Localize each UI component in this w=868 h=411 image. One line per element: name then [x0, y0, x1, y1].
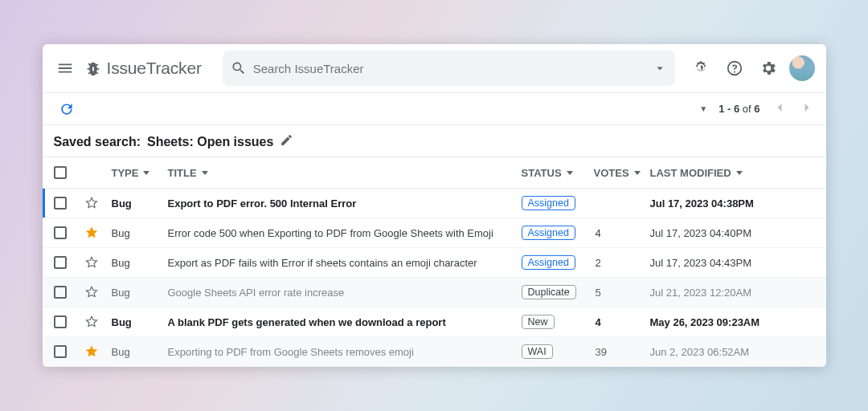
issue-title[interactable]: Error code 500 when Exporting to PDF fro…: [168, 227, 522, 239]
pager-menu-caret[interactable]: ▼: [699, 104, 707, 113]
issue-type: Bug: [112, 287, 168, 299]
pager-next[interactable]: [799, 100, 815, 118]
last-modified: Jun 2, 2023 06:52AM: [650, 346, 811, 358]
refresh-icon: [59, 101, 75, 117]
sort-caret-icon: [202, 171, 208, 175]
votes-count: 5: [594, 287, 650, 299]
search-icon: [231, 60, 247, 76]
row-checkbox[interactable]: [54, 345, 67, 358]
app-name: IssueTracker: [107, 59, 202, 78]
theme-toggle-button[interactable]: [688, 55, 714, 81]
settings-button[interactable]: [755, 55, 781, 81]
edit-saved-search-button[interactable]: [280, 133, 293, 150]
star-toggle[interactable]: [84, 315, 100, 329]
app-header: IssueTracker: [43, 44, 826, 93]
issue-type: Bug: [112, 346, 168, 358]
issue-title[interactable]: Google Sheets API error rate increase: [168, 287, 522, 299]
last-modified: May 26, 2023 09:23AM: [650, 316, 811, 328]
star-toggle[interactable]: [84, 255, 100, 270]
issue-type: Bug: [112, 227, 168, 239]
row-checkbox[interactable]: [54, 315, 67, 328]
last-modified: Jul 17, 2023 04:40PM: [650, 227, 811, 239]
svg-rect-1: [92, 67, 94, 71]
col-votes[interactable]: VOTES: [594, 167, 650, 179]
table-row[interactable]: BugExport as PDF fails with Error if she…: [43, 248, 826, 278]
help-button[interactable]: [722, 55, 747, 81]
issue-title[interactable]: Exporting to PDF from Google Sheets remo…: [168, 346, 522, 358]
table-row[interactable]: BugGoogle Sheets API error rate increase…: [43, 278, 826, 307]
header-actions: [688, 55, 815, 81]
star-toggle[interactable]: [84, 226, 100, 240]
sort-caret-icon: [143, 171, 149, 175]
pager-text: 1 - 6 of 6: [719, 103, 760, 115]
row-checkbox[interactable]: [54, 226, 67, 239]
star-toggle[interactable]: [84, 344, 100, 359]
search-box[interactable]: [223, 51, 675, 86]
col-status[interactable]: STATUS: [522, 167, 594, 179]
votes-count: 2: [594, 257, 650, 269]
issue-title[interactable]: Export to PDF error. 500 Internal Error: [168, 197, 522, 210]
issue-type: Bug: [112, 197, 168, 210]
row-checkbox[interactable]: [54, 197, 67, 210]
issue-type: Bug: [112, 316, 168, 328]
pager-total: 6: [754, 103, 760, 115]
refresh-button[interactable]: [54, 96, 80, 122]
app-logo[interactable]: IssueTracker: [84, 59, 202, 78]
search-input[interactable]: [247, 62, 653, 75]
last-modified: Jul 17, 2023 04:38PM: [650, 197, 811, 210]
help-icon: [726, 59, 743, 77]
status-badge: Duplicate: [522, 285, 576, 299]
pager-prev[interactable]: [772, 100, 788, 118]
table-header: TYPE TITLE STATUS VOTES LAST MODIFIED: [43, 157, 826, 189]
last-modified: Jul 21, 2023 12:20AM: [650, 287, 811, 299]
saved-search-title: Saved search: Sheets: Open issues: [43, 125, 826, 157]
toolbar: ▼ 1 - 6 of 6: [43, 93, 826, 125]
row-checkbox[interactable]: [54, 286, 67, 299]
votes-count: 39: [594, 346, 650, 358]
col-title[interactable]: TITLE: [168, 167, 522, 179]
issue-type: Bug: [112, 257, 168, 269]
col-type[interactable]: TYPE: [112, 167, 168, 179]
star-toggle[interactable]: [84, 196, 100, 210]
chevron-right-icon: [799, 100, 815, 116]
table-row[interactable]: BugError code 500 when Exporting to PDF …: [43, 218, 826, 248]
select-all-checkbox[interactable]: [54, 166, 67, 179]
caret-down-icon[interactable]: [653, 61, 667, 75]
pager-range: 1 - 6: [719, 103, 739, 115]
status-badge: Assigned: [522, 226, 575, 240]
sort-caret-icon: [634, 171, 641, 175]
issue-tracker-window: IssueTracker ▼ 1 - 6: [43, 44, 826, 367]
votes-count: 4: [594, 316, 650, 328]
brightness-icon: [692, 59, 710, 77]
star-toggle[interactable]: [84, 285, 100, 299]
last-modified: Jul 17, 2023 04:43PM: [650, 257, 811, 269]
status-badge: Assigned: [522, 196, 575, 210]
table-row[interactable]: BugA blank PDF gets generated when we do…: [43, 307, 826, 337]
sort-caret-icon: [736, 171, 743, 175]
table-row[interactable]: BugExport to PDF error. 500 Internal Err…: [43, 189, 826, 218]
row-checkbox[interactable]: [54, 256, 67, 269]
gear-icon: [760, 59, 777, 77]
sort-caret-icon: [567, 171, 573, 175]
status-badge: WAI: [522, 344, 553, 359]
chevron-left-icon: [772, 100, 788, 116]
col-last-modified[interactable]: LAST MODIFIED: [650, 167, 811, 179]
issue-title[interactable]: A blank PDF gets generated when we downl…: [168, 316, 522, 328]
user-avatar[interactable]: [789, 55, 815, 81]
issue-title[interactable]: Export as PDF fails with Error if sheets…: [168, 257, 522, 269]
votes-count: 4: [594, 227, 650, 239]
status-badge: New: [522, 315, 555, 329]
status-badge: Assigned: [522, 255, 575, 270]
bug-icon: [84, 59, 102, 78]
hamburger-icon: [56, 59, 74, 77]
table-row[interactable]: BugExporting to PDF from Google Sheets r…: [43, 337, 826, 367]
menu-button[interactable]: [54, 57, 76, 79]
pager: ▼ 1 - 6 of 6: [699, 100, 814, 118]
pencil-icon: [280, 133, 293, 147]
issues-table: TYPE TITLE STATUS VOTES LAST MODIFIED Bu…: [43, 157, 826, 367]
